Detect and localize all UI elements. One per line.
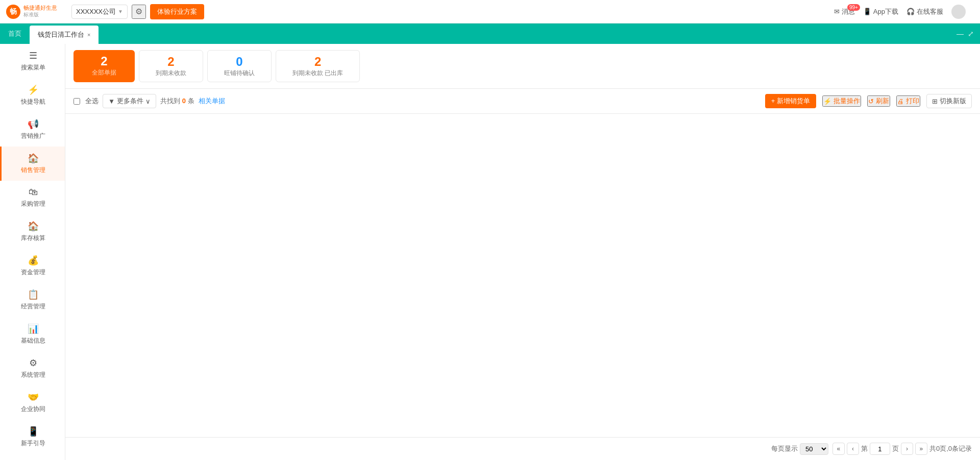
page-size-select[interactable]: 50 10 20 100 <box>800 443 828 455</box>
purchase-mgmt-icon: 🛍 <box>29 187 38 198</box>
online-service-action[interactable]: 🎧 在线客服 <box>906 7 943 16</box>
print-icon: 🖨 <box>897 98 904 105</box>
finance-icon: 💰 <box>28 255 39 266</box>
enterprise-coop-icon: 🤝 <box>28 392 39 403</box>
stat-number-overdue-unshipped: 2 <box>314 55 321 69</box>
logo-badge: 标准版 <box>23 11 57 18</box>
found-count: 0 <box>182 97 186 105</box>
switch-version-button[interactable]: ⊞ 切换新版 <box>926 94 972 108</box>
page-nav: « ‹ 第 页 › » 共0页,0条记录 <box>832 443 972 455</box>
sidebar-item-new-guide[interactable]: 📱 新手引导 <box>0 420 65 454</box>
company-name: XXXXXX公司 <box>76 7 116 16</box>
message-icon: ✉ <box>834 8 840 15</box>
filter-button[interactable]: ▼ 更多条件 ∨ <box>103 94 156 108</box>
sidebar-label-search-menu: 搜索菜单 <box>21 63 45 72</box>
sidebar-item-enterprise-coop[interactable]: 🤝 企业协同 <box>0 385 65 420</box>
close-tab-icon[interactable]: × <box>87 32 90 38</box>
prev-page-button[interactable]: ‹ <box>847 443 859 455</box>
filter-chevron-icon: ∨ <box>145 98 151 105</box>
logo-text: 畅捷通好生意 <box>23 5 57 11</box>
last-page-button[interactable]: » <box>915 443 927 455</box>
settings-button[interactable]: ⚙ <box>132 5 146 19</box>
stat-label-all: 全部单据 <box>92 68 116 77</box>
table-area <box>65 114 980 437</box>
sidebar-item-quick-nav[interactable]: ⚡ 快捷导航 <box>0 78 65 112</box>
sidebar-item-app-center[interactable]: 🎁 应用中心 <box>0 454 65 460</box>
message-action[interactable]: ✉ 消息 99+ <box>834 7 855 16</box>
sidebar-label-basic-info: 基础信息 <box>21 336 45 345</box>
sidebar-label-sales-mgmt: 销售管理 <box>21 166 45 175</box>
first-page-button[interactable]: « <box>832 443 845 455</box>
sidebar-label-quick-nav: 快捷导航 <box>21 98 45 106</box>
found-unit: 条 <box>188 97 194 105</box>
trial-button[interactable]: 体验行业方案 <box>150 4 204 19</box>
refresh-icon: ↺ <box>868 98 874 105</box>
sidebar-item-purchase-mgmt[interactable]: 🛍 采购管理 <box>0 181 65 214</box>
toolbar-right: + 新增销货单 ⚡ 批量操作 ↺ 刷新 🖨 打印 ⊞ 切换新版 <box>765 94 972 108</box>
page-input[interactable] <box>870 443 890 455</box>
maximize-btn[interactable]: ⤢ <box>968 30 974 38</box>
sidebar-item-operations[interactable]: 📋 经营管理 <box>0 283 65 317</box>
sidebar-item-finance[interactable]: 💰 资金管理 <box>0 249 65 283</box>
home-tab[interactable]: 首页 <box>0 23 30 44</box>
sidebar: ☰ 搜索菜单 ⚡ 快捷导航 📢 营销推广 🏠 销售管理 🛍 采购管理 🏠 库存核… <box>0 44 65 460</box>
stat-card-pending-confirm[interactable]: 0 旺铺待确认 <box>207 50 272 82</box>
header-right: ✉ 消息 99+ 📱 App下载 🎧 在线客服 <box>834 5 974 19</box>
add-sales-order-button[interactable]: + 新增销货单 <box>765 94 816 108</box>
batch-operation-button[interactable]: ⚡ 批量操作 <box>822 95 861 107</box>
avatar[interactable] <box>951 5 966 19</box>
sidebar-label-enterprise-coop: 企业协同 <box>21 405 45 414</box>
page-suffix: 页 <box>892 444 899 453</box>
stat-label-overdue-unshipped: 到期未收款 已出库 <box>292 69 343 78</box>
logo-area: 畅 畅捷通好生意 标准版 <box>6 5 67 19</box>
switch-icon: ⊞ <box>932 98 938 105</box>
sidebar-item-system-mgmt[interactable]: ⚙ 系统管理 <box>0 351 65 385</box>
main-content: 2 全部单据 2 到期未收款 0 旺铺待确认 2 到期未收款 已出库 全选 <box>65 44 980 460</box>
stat-card-overdue-unshipped[interactable]: 2 到期未收款 已出库 <box>276 50 360 82</box>
stat-card-all[interactable]: 2 全部单据 <box>74 50 135 82</box>
company-selector[interactable]: XXXXXX公司 ▼ <box>71 5 128 19</box>
sidebar-label-new-guide: 新手引导 <box>21 439 45 448</box>
refresh-label: 刷新 <box>876 96 889 106</box>
sidebar-item-sales-mgmt[interactable]: 🏠 销售管理 <box>0 147 65 181</box>
logo-icon: 畅 <box>6 5 20 19</box>
minimize-btn[interactable]: — <box>957 30 964 38</box>
sidebar-item-inventory[interactable]: 🏠 库存核算 <box>0 214 65 249</box>
toolbar: 全选 ▼ 更多条件 ∨ 共找到 0 条 相关单据 + 新增销货单 ⚡ 批量操作 <box>65 89 980 114</box>
home-tab-label: 首页 <box>8 29 21 38</box>
sidebar-label-system-mgmt: 系统管理 <box>21 371 45 379</box>
active-tab-label: 钱货日清工作台 <box>38 30 84 39</box>
toolbar-left: 全选 ▼ 更多条件 ∨ 共找到 0 条 相关单据 <box>74 94 761 108</box>
batch-icon: ⚡ <box>823 98 831 105</box>
app-layout: ☰ 搜索菜单 ⚡ 快捷导航 📢 营销推广 🏠 销售管理 🛍 采购管理 🏠 库存核… <box>0 44 980 460</box>
sidebar-label-inventory: 库存核算 <box>21 234 45 243</box>
sidebar-item-marketing[interactable]: 📢 营销推广 <box>0 112 65 147</box>
select-all-checkbox[interactable] <box>74 98 80 105</box>
basic-info-icon: 📊 <box>28 323 39 334</box>
sidebar-item-basic-info[interactable]: 📊 基础信息 <box>0 317 65 351</box>
stats-bar: 2 全部单据 2 到期未收款 0 旺铺待确认 2 到期未收款 已出库 <box>65 44 980 89</box>
sidebar-label-operations: 经营管理 <box>21 302 45 311</box>
page-prefix: 第 <box>861 444 868 453</box>
stat-number-all: 2 <box>101 54 107 68</box>
sidebar-item-search-menu[interactable]: ☰ 搜索菜单 <box>0 44 65 78</box>
sales-mgmt-icon: 🏠 <box>28 153 39 164</box>
stat-number-pending-confirm: 0 <box>236 55 242 69</box>
switch-label: 切换新版 <box>940 96 966 106</box>
app-download-icon: 📱 <box>863 8 871 15</box>
app-download-action[interactable]: 📱 App下载 <box>863 7 898 16</box>
online-service-icon: 🎧 <box>906 8 915 15</box>
page-size-selector: 每页显示 50 10 20 100 <box>771 443 828 455</box>
stat-card-overdue-unpaid[interactable]: 2 到期未收款 <box>139 50 203 82</box>
related-records-link[interactable]: 相关单据 <box>199 96 225 106</box>
next-page-button[interactable]: › <box>901 443 913 455</box>
active-tab[interactable]: 钱货日清工作台 × <box>30 26 99 44</box>
page-total: 共0页,0条记录 <box>929 444 972 453</box>
page-size-label: 每页显示 <box>771 444 798 453</box>
sidebar-label-marketing: 营销推广 <box>21 132 45 140</box>
stat-number-overdue-unpaid: 2 <box>167 55 174 69</box>
refresh-button[interactable]: ↺ 刷新 <box>867 95 890 107</box>
nav-tabs: 首页 钱货日清工作台 × — ⤢ <box>0 23 980 44</box>
system-mgmt-icon: ⚙ <box>29 357 37 369</box>
print-button[interactable]: 🖨 打印 <box>896 95 920 107</box>
